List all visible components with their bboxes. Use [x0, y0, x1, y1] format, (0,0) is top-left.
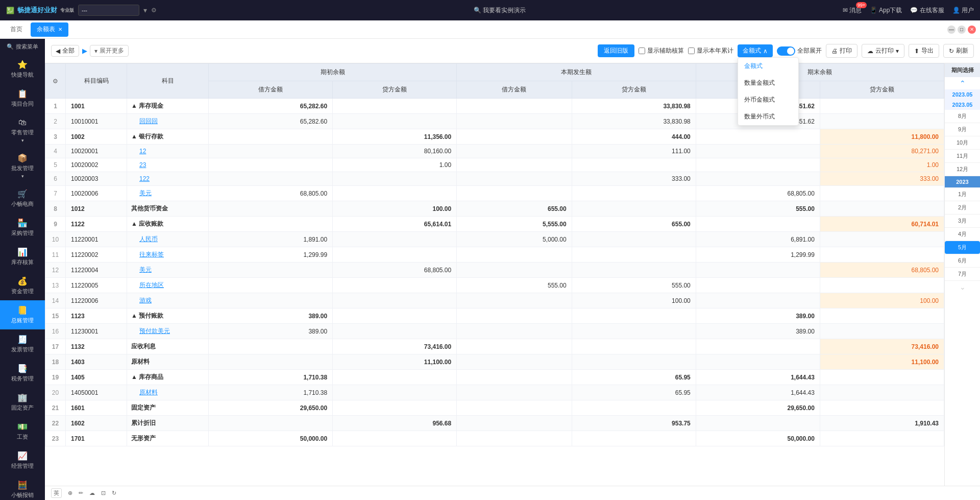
sidebar-search[interactable]: 🔍 搜索菜单	[0, 39, 45, 55]
sidebar-item-retail[interactable]: 🛍 零售管理 ▾	[0, 113, 45, 148]
sidebar-item-assets[interactable]: 🏢 固定资产	[0, 388, 45, 417]
sidebar-item-operations[interactable]: 📈 经营管理	[0, 446, 45, 475]
filter-next-icon[interactable]: ▶	[82, 47, 87, 55]
tab-home[interactable]: 首页	[4, 22, 29, 37]
cell-subject[interactable]: 12	[127, 145, 209, 158]
online-service-btn[interactable]: 💬 在线客服	[910, 6, 944, 15]
period-year-2023-2[interactable]: 2023.05	[945, 100, 980, 110]
sidebar-item-project[interactable]: 📋 项目合同	[0, 84, 45, 113]
sidebar-item-quick-nav[interactable]: ⭐ 快捷导航	[0, 55, 45, 84]
view-mode-dropdown[interactable]: 金额式 ∧ 金额式 数量金额式 外币金额式 数量外币式	[738, 44, 773, 57]
demo-link[interactable]: 🔍 我要看实例演示	[474, 6, 526, 15]
cell-subject[interactable]: 往来标签	[127, 247, 209, 263]
status-lang[interactable]: 英	[51, 488, 62, 498]
title-input[interactable]	[78, 5, 139, 16]
period-month-8[interactable]: 8月	[945, 110, 980, 123]
col-settings-icon[interactable]: ⚙	[53, 78, 58, 85]
sidebar-item-inventory[interactable]: 📊 库存核算	[0, 242, 45, 271]
subject-link[interactable]: 23	[139, 161, 146, 169]
cell-subject[interactable]: 回回回	[127, 114, 209, 129]
period-year-2023-1[interactable]: 2023.05	[945, 89, 980, 100]
show-auxiliary-check[interactable]: 显示辅助核算	[639, 46, 684, 55]
period-month-7[interactable]: 7月	[945, 268, 980, 281]
subject-link[interactable]: 所在地区	[139, 281, 164, 289]
tab-balance[interactable]: 余额表 ✕	[31, 22, 68, 37]
sidebar-item-payroll[interactable]: 💵 工资	[0, 417, 45, 446]
cell-subject[interactable]: 23	[127, 158, 209, 172]
sidebar-item-purchase[interactable]: 🏪 采购管理	[0, 213, 45, 242]
cell-subject[interactable]: 游戏	[127, 293, 209, 308]
period-month-6[interactable]: 6月	[945, 254, 980, 268]
ytd-checkbox[interactable]	[688, 47, 695, 54]
sidebar-item-wholesale[interactable]: 📦 批发管理 ▾	[0, 148, 45, 184]
message-btn[interactable]: ✉ 消息 99+	[843, 6, 862, 15]
cell-subject[interactable]: 人民币	[127, 232, 209, 247]
refresh-btn[interactable]: ↻ 刷新	[943, 44, 974, 58]
period-month-11[interactable]: 11月	[945, 150, 980, 163]
status-edit-icon[interactable]: ✏	[79, 490, 83, 496]
status-grid-icon[interactable]: ⊡	[101, 490, 106, 496]
sidebar-item-ecommerce[interactable]: 🛒 小畅电商	[0, 184, 45, 213]
settings-header-icon[interactable]: ⚙	[151, 7, 157, 14]
period-month-1[interactable]: 1月	[945, 188, 980, 201]
subject-link[interactable]: 美元	[139, 189, 152, 197]
subject-link[interactable]: 游戏	[139, 297, 152, 304]
status-refresh-icon[interactable]: ↻	[112, 490, 116, 496]
view-option-amount[interactable]: 金额式	[738, 58, 798, 75]
view-option-qty-amount[interactable]: 数量金额式	[738, 75, 798, 91]
period-month-4[interactable]: 4月	[945, 228, 980, 241]
cell-subject[interactable]: 美元	[127, 186, 209, 201]
subject-link[interactable]: 预付款美元	[139, 327, 170, 335]
window-close-btn[interactable]: ✕	[968, 26, 976, 34]
view-mode-btn[interactable]: 金额式 ∧	[738, 44, 773, 57]
sidebar-item-capital[interactable]: 💰 资金管理	[0, 271, 45, 300]
app-download-btn[interactable]: 📱 App下载	[870, 6, 902, 15]
cell-subject[interactable]: 122	[127, 172, 209, 186]
auxiliary-checkbox[interactable]	[639, 47, 645, 54]
show-ytd-check[interactable]: 显示本年累计	[688, 46, 733, 55]
period-month-9[interactable]: 9月	[945, 123, 980, 136]
period-year-2023-marker[interactable]: 2023	[945, 176, 980, 188]
subject-link[interactable]: 回回回	[139, 117, 158, 125]
tab-close-icon[interactable]: ✕	[58, 27, 62, 32]
user-avatar[interactable]: 👤 用户	[952, 6, 974, 15]
subject-link[interactable]: 人民币	[139, 235, 158, 243]
sidebar-item-tax[interactable]: 📑 税务管理	[0, 359, 45, 388]
view-option-qty-foreign[interactable]: 数量外币式	[738, 108, 798, 125]
period-month-2[interactable]: 2月	[945, 201, 980, 215]
period-down-icon[interactable]: ⌄	[960, 283, 966, 291]
dropdown-arrow-icon[interactable]: ▾	[143, 6, 147, 14]
sidebar-item-expense[interactable]: 🧮 小畅报销	[0, 475, 45, 500]
return-old-btn[interactable]: 返回旧版	[598, 44, 634, 57]
window-maximize-btn[interactable]: □	[958, 26, 966, 34]
cell-subject[interactable]: 美元	[127, 263, 209, 278]
cell-subject[interactable]: 原材料	[127, 385, 209, 400]
cell-subject[interactable]: 预付款美元	[127, 324, 209, 339]
subject-link[interactable]: 122	[139, 175, 150, 182]
status-cloud-icon[interactable]: ☁	[89, 490, 95, 496]
period-month-3[interactable]: 3月	[945, 215, 980, 228]
window-minimize-btn[interactable]: —	[947, 26, 955, 34]
view-option-foreign-amount[interactable]: 外币金额式	[738, 91, 798, 108]
sidebar-item-accounting[interactable]: 📒 总账管理	[0, 300, 45, 329]
subject-link[interactable]: 12	[139, 148, 146, 155]
period-nav-up[interactable]: ⌃	[945, 77, 980, 89]
subject-link[interactable]: 往来标签	[139, 251, 164, 258]
period-month-10[interactable]: 10月	[945, 136, 980, 150]
cloud-print-btn[interactable]: ☁ 云打印 ▾	[862, 44, 904, 58]
cell-subject[interactable]: 所在地区	[127, 278, 209, 293]
period-month-5[interactable]: 5月	[945, 241, 980, 254]
sidebar-item-invoice[interactable]: 🧾 发票管理	[0, 329, 45, 359]
status-plus-icon[interactable]: ⊕	[68, 490, 72, 496]
subject-link[interactable]: 美元	[139, 266, 152, 273]
toggle-switch[interactable]	[777, 46, 795, 56]
period-up-icon[interactable]: ⌃	[960, 79, 966, 87]
period-nav-down[interactable]: ⌄	[945, 281, 980, 293]
full-expand-toggle[interactable]: 全部展开	[777, 46, 822, 56]
filter-prev-btn[interactable]: ◀ 全部	[51, 45, 79, 57]
print-btn[interactable]: 🖨 打印	[826, 44, 857, 58]
export-btn[interactable]: ⬆ 导出	[909, 44, 939, 58]
period-month-12[interactable]: 12月	[945, 163, 980, 176]
expand-more-btn[interactable]: ▾ 展开更多	[90, 45, 129, 57]
subject-link[interactable]: 原材料	[139, 389, 158, 396]
